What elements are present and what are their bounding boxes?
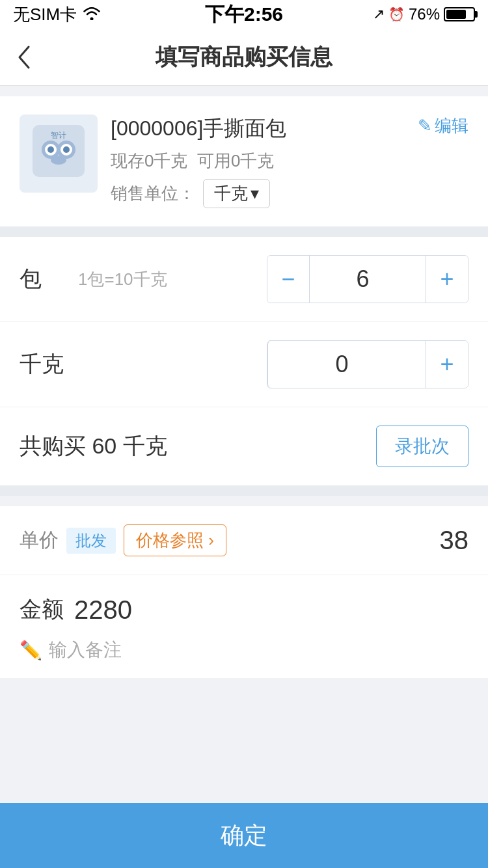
total-amount: 60 — [92, 433, 116, 458]
main-content: 智计 [0000006]手撕面包 现存0千克 可用0千克 销售单位： 千克 ▾ … — [0, 86, 488, 803]
alarm-icon: ⏰ — [388, 7, 405, 22]
batch-button[interactable]: 录批次 — [376, 426, 468, 467]
product-logo: 智计 — [33, 125, 85, 183]
product-info: [0000006]手撕面包 现存0千克 可用0千克 销售单位： 千克 ▾ — [111, 115, 468, 208]
product-unit-row: 销售单位： 千克 ▾ — [111, 179, 468, 208]
status-time: 下午2:56 — [205, 1, 283, 28]
pack-label: 包 — [20, 264, 72, 294]
product-image: 智计 — [20, 115, 98, 193]
kg-row: 千克 + — [0, 322, 488, 407]
form-section: 包 1包=10千克 − + 千克 + 共购买 60 千克 录批次 — [0, 237, 488, 485]
confirm-label: 确定 — [221, 820, 267, 852]
separator-1 — [0, 226, 488, 237]
wifi-icon — [82, 5, 102, 25]
pack-input-controls: − + — [267, 255, 468, 303]
amount-label: 金额 — [20, 595, 64, 625]
pack-input[interactable] — [309, 256, 426, 303]
confirm-button[interactable]: 确定 — [0, 803, 488, 868]
pack-decrement-button[interactable]: − — [267, 256, 309, 303]
svg-point-7 — [63, 146, 70, 153]
price-section: 单价 批发 价格参照 › 38 — [0, 506, 488, 575]
carrier-text: 无SIM卡 — [13, 3, 77, 26]
nav-bar: 填写商品购买信息 — [0, 29, 488, 86]
status-left: 无SIM卡 — [13, 3, 102, 26]
amount-value: 2280 — [74, 595, 132, 625]
kg-increment-button[interactable]: + — [426, 341, 468, 388]
pack-hint: 1包=10千克 — [78, 268, 167, 291]
amount-section: 金额 2280 ✏️ 输入备注 — [0, 575, 488, 678]
svg-point-0 — [90, 17, 94, 20]
remark-placeholder: 输入备注 — [49, 638, 122, 662]
separator-2 — [0, 485, 488, 496]
svg-point-8 — [51, 156, 66, 165]
price-value: 38 — [440, 526, 469, 555]
product-stock: 现存0千克 可用0千克 — [111, 150, 468, 172]
kg-input-controls: + — [267, 340, 468, 388]
pencil-icon: ✏️ — [20, 640, 42, 661]
svg-text:智计: 智计 — [51, 131, 66, 140]
status-right: ↗ ⏰ 76% — [373, 5, 475, 23]
price-row: 单价 批发 价格参照 › 38 — [0, 506, 488, 575]
edit-icon: ✎ — [418, 116, 432, 136]
total-text: 共购买 60 千克 — [20, 431, 167, 461]
total-row: 共购买 60 千克 录批次 — [0, 407, 488, 485]
product-card: 智计 [0000006]手撕面包 现存0千克 可用0千克 销售单位： 千克 ▾ … — [0, 96, 488, 226]
product-name: [0000006]手撕面包 — [111, 115, 468, 143]
edit-button[interactable]: ✎ 编辑 — [418, 115, 468, 137]
kg-input[interactable] — [267, 341, 426, 388]
svg-point-6 — [47, 146, 54, 153]
remark-row[interactable]: ✏️ 输入备注 — [20, 635, 468, 665]
pack-row: 包 1包=10千克 − + — [0, 237, 488, 322]
chevron-down-icon: ▾ — [251, 183, 259, 204]
price-tag: 批发 — [66, 528, 116, 554]
pack-increment-button[interactable]: + — [426, 256, 468, 303]
page-title: 填写商品购买信息 — [156, 42, 332, 72]
battery-percent: 76% — [409, 5, 440, 23]
location-icon: ↗ — [373, 6, 385, 23]
price-ref-button[interactable]: 价格参照 › — [124, 524, 226, 556]
status-bar: 无SIM卡 下午2:56 ↗ ⏰ 76% — [0, 0, 488, 29]
amount-row: 金额 2280 — [20, 595, 468, 625]
kg-label: 千克 — [20, 349, 72, 379]
price-label: 单价 — [20, 527, 59, 554]
battery-icon — [444, 7, 475, 21]
back-button[interactable] — [16, 44, 31, 70]
unit-label: 销售单位： — [111, 182, 195, 205]
unit-select[interactable]: 千克 ▾ — [203, 179, 270, 208]
